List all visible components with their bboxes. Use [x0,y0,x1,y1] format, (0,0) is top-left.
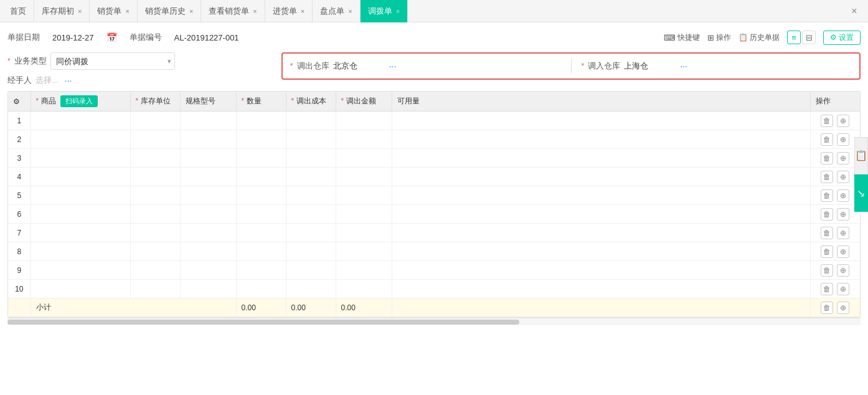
transfer-out-more-btn[interactable]: ··· [389,61,397,71]
horizontal-scrollbar[interactable] [7,318,861,325]
tab-inventory-check-close[interactable]: × [348,7,352,15]
row-unit[interactable] [130,149,180,168]
row-unit[interactable] [130,130,180,149]
calendar-icon[interactable]: 📅 [106,32,117,42]
row-cost[interactable] [286,224,336,242]
row-unit[interactable] [130,280,180,298]
row-product[interactable] [31,242,130,261]
person-more-btn[interactable]: ··· [65,75,72,85]
row-qty[interactable] [236,205,286,224]
row-amount[interactable] [336,186,392,205]
row-spec[interactable] [180,149,236,168]
row-spec[interactable] [180,112,236,130]
row-delete-icon[interactable]: 🗑 [821,208,833,221]
tab-sales-order-close[interactable]: × [125,7,129,15]
row-delete-icon[interactable]: 🗑 [821,227,833,239]
row-amount[interactable] [336,130,392,149]
scrollbar-thumb[interactable] [7,320,519,325]
row-cost[interactable] [286,205,336,224]
row-delete-icon[interactable]: 🗑 [821,189,833,202]
row-delete-icon[interactable]: 🗑 [821,115,833,127]
tab-transfer[interactable]: 调拨单 × [361,0,408,22]
row-cost[interactable] [286,130,336,149]
tab-view-sales[interactable]: 查看销货单 × [201,0,265,22]
row-copy-icon[interactable]: ⊕ [837,152,849,164]
row-qty[interactable] [236,186,286,205]
row-spec[interactable] [180,242,236,261]
scan-btn[interactable]: 扫码录入 [60,95,98,107]
row-product[interactable] [31,149,130,168]
tab-transfer-close[interactable]: × [396,7,400,15]
row-delete-icon[interactable]: 🗑 [821,264,833,277]
row-product[interactable] [31,130,130,149]
row-cost[interactable] [286,112,336,130]
row-spec[interactable] [180,205,236,224]
operation-btn[interactable]: ⊞ 操作 [707,32,731,43]
row-amount[interactable] [336,261,392,280]
settings-button[interactable]: ⚙ 设置 [823,31,861,45]
row-copy-icon[interactable]: ⊕ [837,133,849,146]
transfer-in-more-btn[interactable]: ··· [680,61,687,71]
row-copy-icon[interactable]: ⊕ [837,171,849,183]
row-amount[interactable] [336,280,392,298]
row-cost[interactable] [286,261,336,280]
tab-sales-history-close[interactable]: × [189,7,193,15]
row-qty[interactable] [236,224,286,242]
row-unit[interactable] [130,112,180,130]
float-btn-1[interactable]: 📋 [854,137,868,174]
row-unit[interactable] [130,168,180,186]
row-unit[interactable] [130,186,180,205]
row-product[interactable] [31,205,130,224]
row-amount[interactable] [336,149,392,168]
row-amount[interactable] [336,112,392,130]
row-spec[interactable] [180,224,236,242]
row-copy-icon[interactable]: ⊕ [837,283,849,295]
row-copy-icon[interactable]: ⊕ [837,264,849,277]
row-delete-icon[interactable]: 🗑 [821,133,833,146]
shortcut-btn[interactable]: ⌨ 快捷键 [664,32,700,43]
layout-btn-2[interactable]: ⊟ [802,31,816,44]
row-unit[interactable] [130,224,180,242]
tab-purchase-close[interactable]: × [301,7,304,15]
row-spec[interactable] [180,186,236,205]
row-spec[interactable] [180,261,236,280]
history-btn[interactable]: 📋 历史单据 [738,32,780,43]
row-delete-icon[interactable]: 🗑 [821,171,833,183]
tab-inventory-check[interactable]: 盘点单 × [313,0,360,22]
row-delete-icon[interactable]: 🗑 [821,152,833,164]
row-qty[interactable] [236,242,286,261]
subtotal-copy-icon[interactable]: ⊕ [837,302,849,314]
row-qty[interactable] [236,280,286,298]
tab-inventory-init-close[interactable]: × [78,7,82,15]
business-type-select[interactable]: 同价调拨 [50,52,175,70]
tab-inventory-init[interactable]: 库存期初 × [34,0,90,22]
row-unit[interactable] [130,261,180,280]
row-product[interactable] [31,168,130,186]
row-amount[interactable] [336,205,392,224]
row-copy-icon[interactable]: ⊕ [837,189,849,202]
tab-sales-order[interactable]: 销货单 × [90,0,137,22]
row-cost[interactable] [286,168,336,186]
layout-btn-1[interactable]: ≡ [787,31,801,44]
subtotal-delete-icon[interactable]: 🗑 [821,302,833,314]
row-qty[interactable] [236,168,286,186]
row-copy-icon[interactable]: ⊕ [837,208,849,221]
row-copy-icon[interactable]: ⊕ [837,227,849,239]
tab-view-sales-close[interactable]: × [253,7,257,15]
row-cost[interactable] [286,280,336,298]
row-amount[interactable] [336,224,392,242]
row-copy-icon[interactable]: ⊕ [837,245,849,258]
row-spec[interactable] [180,280,236,298]
row-copy-icon[interactable]: ⊕ [837,115,849,127]
row-amount[interactable] [336,168,392,186]
row-qty[interactable] [236,130,286,149]
row-cost[interactable] [286,186,336,205]
row-spec[interactable] [180,168,236,186]
row-product[interactable] [31,261,130,280]
row-product[interactable] [31,224,130,242]
window-close-button[interactable]: × [843,0,866,22]
row-qty[interactable] [236,149,286,168]
row-qty[interactable] [236,261,286,280]
row-unit[interactable] [130,205,180,224]
row-delete-icon[interactable]: 🗑 [821,283,833,295]
